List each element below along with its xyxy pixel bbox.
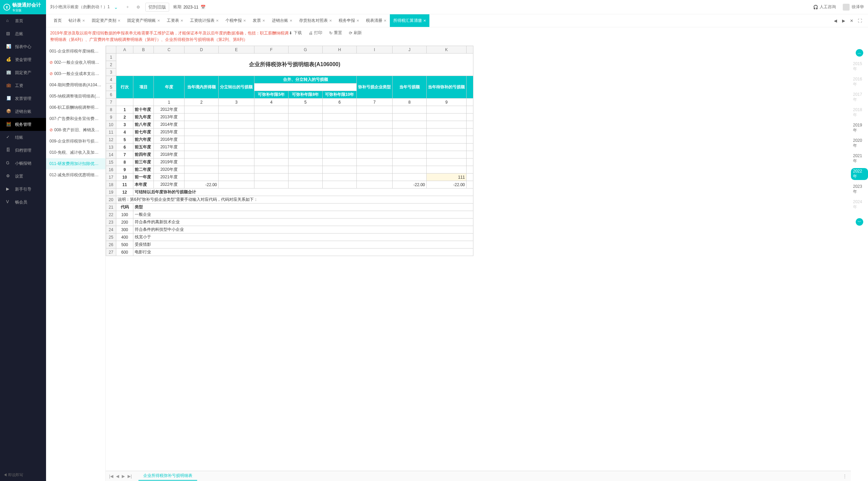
close-icon[interactable]: ✕ xyxy=(290,19,292,22)
nav-book[interactable]: ▤总账 xyxy=(0,27,46,40)
nav-invoice[interactable]: 🧾发票管理 xyxy=(0,92,46,105)
close-icon[interactable]: ✕ xyxy=(180,19,183,22)
add-icon[interactable]: ＋ xyxy=(123,3,132,11)
sheet-prev-icon[interactable]: ◀ xyxy=(116,474,119,479)
close-icon[interactable]: ✕ xyxy=(423,19,426,22)
year-item[interactable]: 2021年 xyxy=(851,153,868,165)
tab-next-icon[interactable]: ▶ xyxy=(839,14,848,27)
close-icon[interactable]: ✕ xyxy=(384,19,386,22)
tab-item[interactable]: 工资表✕ xyxy=(163,14,187,27)
reset-button[interactable]: ↻ 重置 xyxy=(329,30,342,36)
year-item[interactable]: 2020年 xyxy=(851,137,868,149)
col-header[interactable]: E xyxy=(219,46,254,54)
sheet-menu-icon[interactable]: ⋮ xyxy=(843,474,848,479)
close-icon[interactable]: ✕ xyxy=(118,19,120,22)
close-icon[interactable]: ✕ xyxy=(356,19,359,22)
nav-close[interactable]: ✓结账 xyxy=(0,131,46,144)
report-item[interactable]: 012-减免所得税优惠明细表(... xyxy=(46,169,105,181)
row-header[interactable]: 1 xyxy=(106,54,116,61)
close-icon[interactable]: ✕ xyxy=(216,19,219,22)
year-item[interactable]: 2019年 xyxy=(851,122,868,134)
nav-money[interactable]: 💰资金管理 xyxy=(0,53,46,66)
year-down-icon[interactable]: ﹀ xyxy=(856,218,863,226)
close-icon[interactable]: ✕ xyxy=(262,19,265,22)
nav-gear[interactable]: ⚙设置 xyxy=(0,170,46,183)
username[interactable]: 徐泽华 xyxy=(852,4,864,10)
col-header[interactable]: D xyxy=(185,46,219,54)
tab-label: 固定资产明细账 xyxy=(127,18,156,24)
tab-item[interactable]: 进销台账✕ xyxy=(268,14,296,27)
nav-chart[interactable]: 📊报表中心 xyxy=(0,40,46,53)
close-icon[interactable]: ✕ xyxy=(243,19,246,22)
close-icon[interactable]: ✕ xyxy=(82,19,85,22)
year-item[interactable]: 2023年 xyxy=(851,183,868,195)
tab-item[interactable]: 存货别名对照表✕ xyxy=(296,14,335,27)
tab-item[interactable]: 固定资产明细账✕ xyxy=(124,14,163,27)
nav-salary[interactable]: 💼工资 xyxy=(0,79,46,92)
nav-home[interactable]: ⌂首页 xyxy=(0,14,46,27)
report-item[interactable]: 001-企业所得税年度纳税申... xyxy=(46,46,105,57)
book-icon: ▤ xyxy=(6,31,12,36)
report-item[interactable]: 010-免税、减计收入及加计... xyxy=(46,147,105,158)
fullscreen-icon[interactable]: ⛶ xyxy=(856,14,864,27)
close-icon[interactable]: ✕ xyxy=(329,19,332,22)
col-header[interactable]: H xyxy=(323,46,357,54)
col-header[interactable]: C xyxy=(154,46,185,54)
col-header[interactable]: F xyxy=(254,46,289,54)
sheet-tab[interactable]: 企业所得税弥补亏损明细表 xyxy=(138,471,197,481)
report-item[interactable]: 004-期间费用明细表(A1040... xyxy=(46,79,105,91)
tab-item[interactable]: 所得税汇算清缴✕ xyxy=(390,14,429,27)
report-item[interactable]: ⊘008-资产折旧、摊销及纳税... xyxy=(46,124,105,136)
account-selector[interactable]: 刘小艳演示账套（勿删勿动！）1 ⌄ xyxy=(50,4,122,10)
nav-tax[interactable]: 🧮税务管理 xyxy=(0,118,46,131)
report-item[interactable]: 011-研发费用加计扣除优惠... xyxy=(46,158,105,169)
headset-icon[interactable]: 🎧 xyxy=(813,5,818,10)
tab-prev-icon[interactable]: ◀ xyxy=(831,14,839,27)
report-item[interactable]: ⊘003-一般企业成本支出明细... xyxy=(46,68,105,79)
spreadsheet[interactable]: ABCDEFGHIJK1企业所得税弥补亏损明细表(A106000)234行次项目… xyxy=(106,46,473,256)
consult-link[interactable]: 人工咨询 xyxy=(820,4,836,10)
tab-label: 发票 xyxy=(253,18,261,24)
tab-item[interactable]: 首页 xyxy=(50,14,65,27)
sheet-last-icon[interactable]: ▶| xyxy=(128,474,132,479)
col-header[interactable]: A xyxy=(116,46,133,54)
tab-item[interactable]: 个税申报✕ xyxy=(222,14,249,27)
report-item[interactable]: 009-企业所得税弥补亏损明... xyxy=(46,136,105,147)
tab-item[interactable]: 钻计表✕ xyxy=(65,14,88,27)
col-header[interactable]: K xyxy=(427,46,467,54)
nav-asset[interactable]: 🏢固定资产 xyxy=(0,66,46,79)
nav-guide[interactable]: ▶新手引导 xyxy=(0,183,46,196)
year-up-icon[interactable]: ︿ xyxy=(856,49,863,57)
nav-vip[interactable]: V畅会员 xyxy=(0,196,46,209)
tab-item[interactable]: 税务申报✕ xyxy=(335,14,363,27)
period-value[interactable]: 2023-11 xyxy=(183,5,198,10)
gear-icon[interactable]: ⚙ xyxy=(134,3,143,11)
year-item[interactable]: 2022年 xyxy=(851,168,868,180)
col-header[interactable]: B xyxy=(133,46,154,54)
tab-close-icon[interactable]: ✕ xyxy=(848,14,856,27)
nav-report[interactable]: G小畅报销 xyxy=(0,157,46,170)
tab-item[interactable]: 工资统计报表✕ xyxy=(187,14,222,27)
col-header[interactable]: I xyxy=(357,46,393,54)
calendar-icon[interactable]: 📅 xyxy=(201,5,206,10)
tab-item[interactable]: 固定资产类别✕ xyxy=(88,14,124,27)
report-item[interactable]: 007-广告费和业务宣传费跨... xyxy=(46,113,105,124)
download-button[interactable]: ⬇ 下载 xyxy=(289,30,302,36)
report-item[interactable]: 006-职工薪酬纳税调整明细... xyxy=(46,102,105,113)
nav-archive[interactable]: 🗄归档管理 xyxy=(0,144,46,157)
sheet-first-icon[interactable]: |◀ xyxy=(109,474,113,479)
report-item[interactable]: 005-纳税调整项目明细表(A1... xyxy=(46,91,105,102)
tab-item[interactable]: 税表清册✕ xyxy=(363,14,390,27)
switch-old-button[interactable]: 切到旧版 xyxy=(145,3,169,12)
report-item[interactable]: ⊘002-一般企业收入明细表(A1... xyxy=(46,57,105,68)
avatar[interactable] xyxy=(843,4,850,11)
close-icon[interactable]: ✕ xyxy=(157,19,160,22)
col-header[interactable]: J xyxy=(393,46,427,54)
sheet-next-icon[interactable]: ▶ xyxy=(122,474,125,479)
col-header[interactable]: G xyxy=(289,46,323,54)
nav-stock[interactable]: 📦进销台账 xyxy=(0,105,46,118)
print-button[interactable]: 🖨 打印 xyxy=(309,30,322,36)
refresh-button[interactable]: ⟳ 刷新 xyxy=(349,30,362,36)
tab-item[interactable]: 发票✕ xyxy=(249,14,268,27)
nav-label: 发票管理 xyxy=(15,96,31,102)
